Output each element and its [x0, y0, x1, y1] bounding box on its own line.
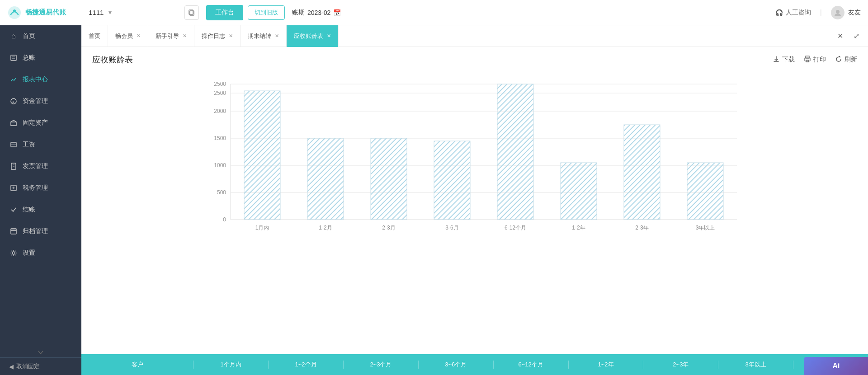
svg-text:2-3年: 2-3年 [635, 225, 648, 231]
sidebar-item-label: 工资 [23, 141, 35, 149]
th-6-12month: 6~12个月 [494, 361, 569, 369]
divider: | [820, 9, 822, 17]
th-1-2month: 1~2个月 [269, 361, 344, 369]
sidebar-item-invoice[interactable]: 发票管理 [0, 155, 81, 177]
sidebar-scroll-down[interactable] [0, 347, 81, 357]
switch-version-button[interactable]: 切到旧版 [248, 5, 285, 20]
header-right: 🎧 人工咨询 | 友友 [775, 6, 861, 19]
sidebar-item-label: 设置 [23, 249, 35, 257]
ai-badge[interactable]: Ai [804, 357, 868, 375]
svg-rect-41 [244, 91, 280, 220]
pin-icon: ◀ [9, 363, 14, 370]
salary-icon [9, 140, 18, 149]
user-avatar [831, 6, 844, 19]
consultation-label: 人工咨询 [786, 9, 811, 17]
svg-text:2500: 2500 [214, 81, 226, 87]
svg-rect-43 [307, 138, 344, 220]
sidebar-item-archive[interactable]: 归档管理 [0, 220, 81, 242]
consultation-button[interactable]: 🎧 人工咨询 [775, 9, 811, 17]
print-button[interactable]: 打印 [804, 56, 826, 64]
svg-text:3年以上: 3年以上 [696, 225, 715, 231]
sidebar-item-assets[interactable]: 固定资产 [0, 112, 81, 134]
sidebar-item-funds[interactable]: ¥ 资金管理 [0, 90, 81, 112]
main-layout: ⌂ 首页 总账 报表中心 ¥ 资金管理 [0, 25, 868, 375]
sidebar-item-label: 资金管理 [23, 97, 48, 105]
user-area[interactable]: 友友 [831, 6, 861, 19]
sidebar-scroll: ⌂ 首页 总账 报表中心 ¥ 资金管理 [0, 25, 81, 347]
page-content: 应收账龄表 下载 打印 [81, 47, 868, 375]
tax-icon [9, 183, 18, 192]
svg-point-4 [836, 10, 840, 14]
th-2-3month: 2~3个月 [344, 361, 419, 369]
invoice-icon [9, 162, 18, 171]
svg-rect-51 [561, 163, 597, 220]
company-name: 1111 [89, 9, 104, 16]
tab-close-oplog[interactable]: ✕ [229, 33, 233, 39]
tab-label: 首页 [89, 32, 100, 40]
tabs-bar: 首页 畅会员 ✕ 新手引导 ✕ 操作日志 ✕ 期末结转 ✕ 应收账龄表 ✕ [81, 25, 868, 47]
svg-text:2-3月: 2-3月 [382, 225, 395, 231]
expand-tab-action[interactable]: ⤢ [850, 30, 863, 42]
download-label: 下载 [782, 56, 795, 64]
settings-icon [9, 248, 18, 258]
sidebar-item-label: 固定资产 [23, 119, 48, 127]
close-tab-action[interactable]: ✕ [834, 30, 846, 42]
svg-rect-45 [371, 138, 407, 220]
th-2-3year: 2~3年 [643, 361, 718, 369]
tabs-actions: ✕ ⤢ [834, 30, 868, 42]
tab-close-member[interactable]: ✕ [137, 33, 141, 39]
svg-text:1500: 1500 [214, 135, 226, 141]
tab-period-close[interactable]: 期末结转 ✕ [241, 25, 287, 47]
tab-close-aging[interactable]: ✕ [327, 33, 331, 39]
svg-text:¥: ¥ [12, 100, 14, 104]
sidebar-item-reports[interactable]: 报表中心 [0, 69, 81, 90]
period-info: 账期 2023-02 📅 [292, 9, 341, 17]
period-value: 2023-02 [307, 9, 330, 16]
sidebar-item-label: 发票管理 [23, 162, 48, 170]
tab-oplog[interactable]: 操作日志 ✕ [194, 25, 241, 47]
page-actions: 下载 打印 刷新 [773, 56, 857, 64]
svg-text:6-12个月: 6-12个月 [505, 225, 526, 231]
svg-text:1-2月: 1-2月 [319, 225, 332, 231]
sidebar-item-settings[interactable]: 设置 [0, 242, 81, 264]
svg-text:2000: 2000 [214, 108, 226, 114]
home-icon: ⌂ [9, 32, 18, 41]
sidebar-item-ledger[interactable]: 总账 [0, 47, 81, 69]
sidebar-item-label: 归档管理 [23, 227, 48, 235]
tab-close-period-close[interactable]: ✕ [275, 33, 279, 39]
calendar-icon[interactable]: 📅 [333, 9, 341, 16]
sidebar-item-label: 首页 [23, 32, 35, 40]
tab-home[interactable]: 首页 [81, 25, 108, 47]
user-name: 友友 [848, 9, 861, 17]
svg-rect-10 [11, 122, 16, 126]
svg-point-1 [13, 9, 16, 12]
tab-label: 畅会员 [115, 32, 133, 40]
archive-icon [9, 227, 18, 236]
tab-member[interactable]: 畅会员 ✕ [108, 25, 148, 47]
chart-wrapper: 0 500 1000 1500 2000 2500 2500 [92, 75, 857, 238]
sidebar-item-label: 报表中心 [23, 75, 48, 84]
reports-icon [9, 75, 18, 84]
sidebar-item-label: 税务管理 [23, 184, 48, 192]
logo-text: 畅捷通易代账 [25, 8, 66, 17]
logo-area: 畅捷通易代账 [7, 5, 89, 20]
tab-close-guide[interactable]: ✕ [183, 33, 187, 39]
period-label: 账期 [292, 9, 305, 17]
sidebar-item-label: 结账 [23, 206, 35, 214]
sidebar-item-salary[interactable]: 工资 [0, 134, 81, 155]
sidebar-item-checkout[interactable]: 结账 [0, 199, 81, 220]
th-3year-plus: 3年以上 [718, 361, 793, 369]
sidebar-item-tax[interactable]: 税务管理 [0, 177, 81, 199]
company-selector[interactable]: 1111 ▼ [89, 9, 179, 16]
copy-icon-btn[interactable] [184, 5, 199, 20]
cancel-fixed-button[interactable]: ◀ 取消固定 [0, 357, 81, 375]
svg-text:1-2年: 1-2年 [572, 225, 585, 231]
sidebar-item-home[interactable]: ⌂ 首页 [0, 25, 81, 47]
workbench-button[interactable]: 工作台 [206, 5, 243, 20]
tab-guide[interactable]: 新手引导 ✕ [148, 25, 194, 47]
checkout-icon [9, 205, 18, 214]
refresh-button[interactable]: 刷新 [835, 56, 857, 64]
tab-aging[interactable]: 应收账龄表 ✕ [287, 25, 339, 47]
download-button[interactable]: 下载 [773, 56, 795, 64]
print-label: 打印 [813, 56, 826, 64]
